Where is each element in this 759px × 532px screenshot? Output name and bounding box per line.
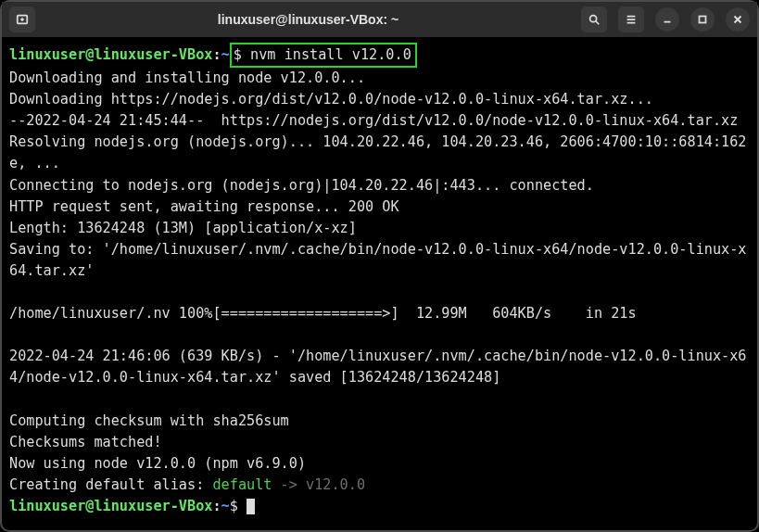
- terminal-window: linuxuser@linuxuser-VBox: ~ linuxuser@li…: [0, 0, 759, 532]
- output-line: Computing checksum with sha256sum: [9, 412, 289, 429]
- svg-point-1: [590, 16, 597, 22]
- prompt-user: linuxuser@linuxuser-VBox: [9, 498, 212, 514]
- search-button[interactable]: [581, 6, 607, 32]
- alias-version: v12.0.0: [306, 476, 365, 493]
- output-blank: [9, 284, 18, 300]
- terminal-body[interactable]: linuxuser@linuxuser-VBox:~$ nvm install …: [2, 37, 757, 530]
- prompt-user: linuxuser@linuxuser-VBox: [9, 46, 212, 63]
- alias-prefix: Creating default alias:: [9, 476, 212, 493]
- output-progress: /home/linuxuser/.nv 100%[===============…: [9, 305, 637, 322]
- output-line: Now using node v12.0.0 (npm v6.9.0): [9, 455, 306, 472]
- output-line: Connecting to nodejs.org (nodejs.org)|10…: [9, 177, 594, 194]
- output-line: Resolving nodejs.org (nodejs.org)... 104…: [9, 133, 747, 171]
- svg-rect-2: [700, 17, 706, 23]
- output-line: 2022-04-24 21:46:06 (639 KB/s) - '/home/…: [9, 348, 747, 386]
- output-line: HTTP request sent, awaiting response... …: [9, 198, 399, 215]
- output-line: Length: 13624248 (13M) [application/x-xz…: [9, 220, 357, 236]
- window-title: linuxuser@linuxuser-VBox: ~: [41, 12, 576, 27]
- minimize-button[interactable]: [655, 7, 679, 32]
- alias-default: default: [212, 476, 272, 493]
- output-blank: [9, 391, 18, 408]
- alias-arrow: ->: [272, 476, 306, 493]
- maximize-button[interactable]: [690, 7, 715, 32]
- highlighted-command: $ nvm install v12.0.0: [230, 43, 417, 68]
- output-line: Downloading https://nodejs.org/dist/v12.…: [9, 91, 653, 108]
- output-line: Checksums matched!: [9, 434, 162, 450]
- output-line: --2022-04-24 21:45:44-- https://nodejs.o…: [9, 112, 738, 129]
- output-blank: [9, 326, 18, 343]
- menu-button[interactable]: [618, 6, 644, 32]
- close-button[interactable]: [726, 7, 750, 32]
- output-line: Downloading and installing node v12.0.0.…: [9, 70, 365, 86]
- cursor: [247, 499, 255, 514]
- output-line: Saving to: '/home/linuxuser/.nvm/.cache/…: [9, 241, 747, 279]
- new-tab-button[interactable]: [9, 6, 35, 32]
- prompt-colon: :: [212, 498, 221, 514]
- prompt-colon: :: [212, 46, 221, 63]
- prompt-dollar: $: [230, 498, 247, 514]
- prompt-path: ~: [221, 498, 230, 514]
- titlebar: linuxuser@linuxuser-VBox: ~: [2, 2, 757, 37]
- prompt-path: ~: [221, 46, 230, 63]
